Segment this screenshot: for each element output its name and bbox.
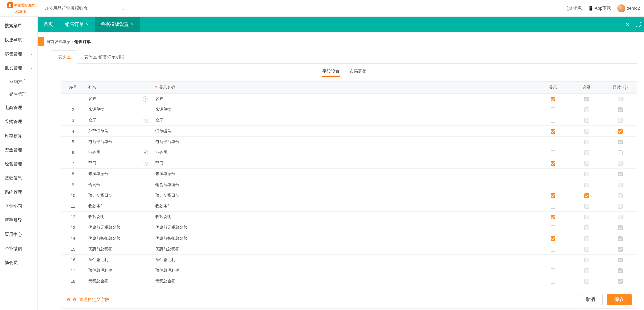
save-button[interactable]: 保存 — [607, 294, 632, 305]
add-icon[interactable]: + — [143, 161, 148, 166]
table-row: 7部门+部门 — [61, 158, 637, 169]
cell-colname: 来源单据号 — [85, 171, 152, 177]
cell-display-name[interactable]: 收款说明 — [152, 214, 536, 220]
cell-readonly — [603, 129, 637, 134]
add-icon[interactable]: + — [143, 96, 148, 102]
checkbox-readonly — [618, 204, 623, 209]
checkbox-required — [584, 268, 589, 273]
workspace-tab[interactable]: 销售订单× — [59, 17, 95, 32]
checkbox-show[interactable] — [551, 183, 555, 187]
cell-show — [536, 247, 570, 252]
help-icon[interactable]: ? — [623, 85, 628, 90]
cell-index: 2 — [61, 107, 85, 112]
sidebar-item[interactable]: 新手引导 — [0, 213, 37, 227]
cell-display-name[interactable]: 仓库 — [152, 117, 536, 123]
checkbox-show[interactable] — [551, 97, 555, 101]
checkbox-readonly[interactable] — [618, 150, 623, 155]
cell-display-name[interactable]: 业务员 — [152, 150, 536, 155]
workspace-tab[interactable]: 单据模板设置× — [95, 17, 140, 32]
cell-display-name[interactable]: 优惠前总税额 — [152, 246, 536, 252]
checkbox-show[interactable] — [551, 236, 555, 241]
checkbox-show[interactable] — [551, 204, 555, 209]
sidebar-item[interactable]: 采购管理 — [0, 115, 37, 129]
checkbox-show[interactable] — [551, 118, 555, 123]
close-icon[interactable]: × — [86, 22, 89, 27]
sidebar-item[interactable]: 批发管理▴ — [0, 61, 37, 75]
checkbox-show[interactable] — [551, 258, 555, 262]
manage-custom-fields-link[interactable]: 管理自定义字段 — [79, 297, 109, 303]
cell-display-name[interactable]: 来源单据 — [152, 107, 536, 112]
checkbox-show[interactable] — [551, 247, 555, 252]
sidebar-item[interactable]: 资金管理 — [0, 143, 37, 157]
cell-display-name[interactable]: 订单编号 — [152, 128, 536, 134]
section-tab[interactable]: 表头区 — [52, 50, 77, 64]
checkbox-required[interactable] — [584, 193, 589, 198]
mode-tab[interactable]: 字段设置 — [322, 68, 340, 77]
cell-readonly — [603, 172, 637, 176]
close-icon[interactable]: × — [131, 22, 133, 27]
checkbox-show[interactable] — [551, 107, 555, 112]
sidebar-item[interactable]: 基础信息 — [0, 171, 37, 185]
cell-display-name[interactable]: 预估总毛利率 — [152, 268, 536, 273]
sidebar-item[interactable]: 企业协同 — [0, 199, 37, 213]
sidebar-item[interactable]: 库存核算 — [0, 129, 37, 143]
banner-chevron-icon[interactable]: › — [38, 37, 44, 46]
sidebar-item[interactable]: 快捷导航 — [0, 33, 37, 47]
cell-display-name[interactable]: 客户 — [152, 96, 536, 102]
messages-button[interactable]: 💬 消息 — [567, 5, 582, 11]
checkbox-show[interactable] — [551, 279, 555, 284]
table-row: 10预计交货日期预计交货日期 — [61, 190, 637, 201]
checkbox-show[interactable] — [551, 150, 555, 155]
checkbox-show[interactable] — [551, 193, 555, 198]
sidebar-item[interactable]: 零售管理▾ — [0, 47, 37, 61]
cell-display-name[interactable]: 销货清单编号 — [152, 182, 536, 188]
sidebar-subitem[interactable]: 营销推广 — [0, 75, 37, 88]
chevron-down-icon: ⌄ — [121, 6, 125, 11]
checkbox-show[interactable] — [551, 161, 555, 166]
sidebar-subitem[interactable]: 销售管理 — [0, 88, 37, 101]
user-menu[interactable]: demo2 — [617, 4, 640, 12]
cell-required — [570, 236, 603, 241]
cell-display-name[interactable]: 预估总毛利 — [152, 257, 536, 263]
cell-display-name[interactable]: 电商平台单号 — [152, 139, 536, 145]
logo: b 畅捷通好生意 标准版 — [4, 2, 38, 14]
checkbox-show[interactable] — [551, 268, 555, 273]
mode-tab[interactable]: 布局调整 — [349, 68, 367, 77]
cell-colname: 无税总金额 — [85, 278, 152, 284]
cell-display-name[interactable]: 优惠前折扣总金额 — [152, 236, 536, 241]
cell-display-name[interactable]: 预计交货日期 — [152, 193, 536, 198]
checkbox-show[interactable] — [551, 172, 555, 176]
section-tab[interactable]: 表体区-销售订单明细 — [77, 50, 131, 64]
workspace-tab[interactable]: 首页 — [38, 17, 59, 32]
sidebar-item[interactable]: 畅会员 — [0, 256, 37, 270]
fullscreen-button[interactable]: ⛶ — [633, 21, 644, 28]
checkbox-readonly — [618, 140, 623, 144]
account-selector[interactable]: 办公用品行业模拟账套 ⌄ — [44, 5, 125, 11]
sidebar-item[interactable]: 电商管理 — [0, 101, 37, 115]
cell-colname: 合同号 — [85, 182, 152, 188]
sidebar-item[interactable]: 系统管理 — [0, 185, 37, 199]
app-download-button[interactable]: 📱 App下载 — [588, 5, 611, 11]
cell-readonly — [603, 161, 637, 166]
cancel-button[interactable]: 取消 — [578, 294, 603, 305]
checkbox-show[interactable] — [551, 140, 555, 144]
checkbox-show[interactable] — [551, 225, 555, 230]
sidebar-item[interactable]: 企业微信 — [0, 242, 37, 256]
col-show: 显示 — [536, 85, 570, 90]
cell-display-name[interactable]: 无税总金额 — [152, 278, 536, 284]
checkbox-readonly[interactable] — [618, 129, 623, 134]
checkbox-show[interactable] — [551, 215, 555, 219]
sidebar-item[interactable]: 搜索菜单 — [0, 19, 37, 33]
cell-display-name[interactable]: 收款条件 — [152, 203, 536, 209]
sidebar-item[interactable]: 经营管理 — [0, 157, 37, 171]
checkbox-required — [584, 97, 589, 101]
cell-display-name[interactable]: 部门 — [152, 160, 536, 166]
add-icon[interactable]: + — [143, 118, 148, 123]
cell-display-name[interactable]: 来源单据号 — [152, 171, 536, 177]
checkbox-readonly — [618, 97, 623, 101]
sidebar-item[interactable]: 应用中心 — [0, 227, 37, 242]
checkbox-show[interactable] — [551, 129, 555, 134]
cell-display-name[interactable]: 优惠前无税总金额 — [152, 225, 536, 230]
add-icon[interactable]: + — [143, 150, 148, 155]
close-all-tabs-button[interactable]: ✕ — [621, 21, 633, 28]
